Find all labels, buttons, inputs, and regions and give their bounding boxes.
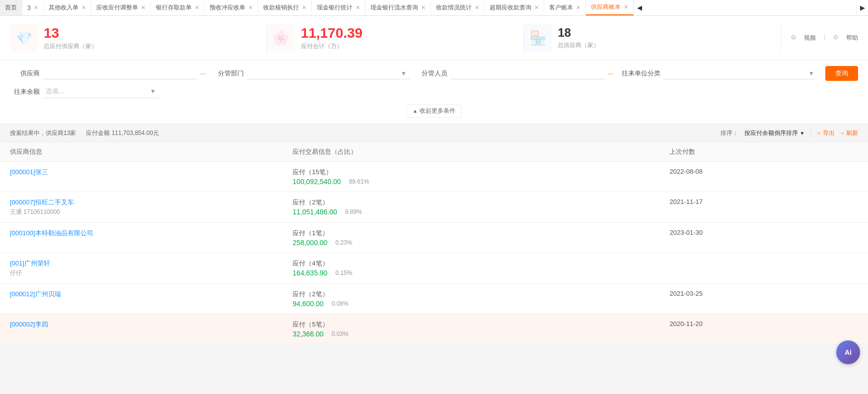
trade-percentage: 9.89% bbox=[345, 208, 362, 215]
nav-customer-ledger[interactable]: 客户账本 ✕ bbox=[544, 0, 586, 15]
close-icon[interactable]: ✕ bbox=[195, 4, 199, 11]
nav-right-arrow[interactable]: ▶ bbox=[856, 0, 868, 16]
close-icon[interactable]: ✕ bbox=[81, 4, 86, 11]
balance-placeholder: 选项... bbox=[46, 87, 64, 96]
header-trade: 应付交易信息（占比） bbox=[292, 147, 669, 156]
balance-select[interactable]: 选项... ▼ bbox=[43, 85, 159, 98]
sort-label: 排序： bbox=[721, 129, 738, 137]
close-icon[interactable]: ✕ bbox=[475, 4, 479, 11]
supplier-dots[interactable]: ··· bbox=[200, 69, 206, 77]
table-header: 供应商信息 应付交易信息（占比） 上次付数 bbox=[0, 142, 868, 162]
nav-tab-3[interactable]: 3 ✕ bbox=[22, 0, 44, 15]
nav-adjustment[interactable]: 应收应付调整单 ✕ bbox=[91, 0, 151, 15]
close-icon[interactable]: ✕ bbox=[356, 4, 360, 11]
trade-amount[interactable]: 258,000.00 bbox=[292, 239, 327, 247]
store-icon: 🏪 bbox=[524, 24, 552, 52]
flower-icon: 🌸 bbox=[267, 24, 295, 52]
top-navigation: 首页 3 ✕ 其他收入单 ✕ 应收应付调整单 ✕ 银行存取款单 ✕ 预收冲应收单… bbox=[0, 0, 868, 16]
close-icon[interactable]: ✕ bbox=[576, 4, 580, 11]
supplier-info-cell: [000002]李四 bbox=[10, 320, 292, 329]
trade-info-cell: 应付（15笔） 100,092,540.00 89.61% bbox=[292, 168, 669, 186]
export-button[interactable]: ○ 导出 bbox=[817, 129, 835, 137]
close-icon[interactable]: ✕ bbox=[421, 4, 426, 11]
payable-suppliers-count: 13 bbox=[44, 25, 97, 42]
nav-bank-deposit[interactable]: 银行存取款单 ✕ bbox=[151, 0, 205, 15]
supplier-input[interactable] bbox=[43, 67, 197, 79]
supplier-info-cell: [000007]恒旺二手叉车 王通 17106110000 bbox=[10, 198, 292, 216]
refresh-icon: ○ bbox=[841, 130, 844, 136]
result-supplier-count: 搜索结果中，供应商13家 bbox=[10, 129, 76, 137]
close-icon[interactable]: ✕ bbox=[624, 4, 628, 10]
supplier-link[interactable]: [000001]张三 bbox=[10, 168, 48, 176]
last-pay-date: 2022-08-08 bbox=[669, 168, 703, 175]
last-pay-cell: 2021-03-25 bbox=[669, 290, 858, 297]
nav-collection[interactable]: 收款核销执行 ✕ bbox=[258, 0, 312, 15]
divider bbox=[811, 128, 811, 138]
trade-percentage: 0.15% bbox=[335, 269, 352, 276]
nav-home[interactable]: 首页 bbox=[0, 0, 22, 15]
table-row: [000001]张三 应付（15笔） 100,092,540.00 89.61%… bbox=[0, 162, 868, 192]
query-button[interactable]: 查询 bbox=[825, 66, 858, 81]
trade-amount[interactable]: 94,600.00 bbox=[292, 300, 323, 308]
category-label: 往来单位分类 bbox=[622, 69, 660, 78]
table-row: [000007]恒旺二手叉车 王通 17106110000 应付（2笔） 11,… bbox=[0, 192, 868, 223]
payable-suppliers-label: 总应付供应商（家） bbox=[44, 42, 97, 51]
filter-balance: 往来余额 选项... ▼ bbox=[10, 85, 159, 98]
total-suppliers-label: 总供应商（家） bbox=[558, 41, 599, 50]
nav-supplier-ledger[interactable]: 供应商账本 ✕ bbox=[586, 0, 634, 15]
supplier-link[interactable]: [000007]恒旺二手叉车 bbox=[10, 198, 74, 206]
person-dots[interactable]: ··· bbox=[608, 69, 614, 77]
nav-prepay[interactable]: 预收冲应收单 ✕ bbox=[205, 0, 258, 15]
sort-value[interactable]: 按应付余额倒序排序 ▼ bbox=[744, 129, 805, 137]
nav-other-income[interactable]: 其他收入单 ✕ bbox=[44, 0, 91, 15]
close-icon[interactable]: ✕ bbox=[34, 4, 38, 11]
result-info: 搜索结果中，供应商13家 应付金额 111,703,854.00元 bbox=[10, 129, 159, 137]
trade-amount[interactable]: 11,051,486.00 bbox=[292, 208, 337, 216]
nav-cash-flow[interactable]: 现金银行流水查询 ✕ bbox=[365, 0, 431, 15]
sort-value-text: 按应付余额倒序排序 bbox=[744, 129, 798, 137]
trade-amount[interactable]: 100,092,540.00 bbox=[292, 178, 341, 186]
close-icon[interactable]: ✕ bbox=[302, 4, 306, 11]
table-row: [000100]本特勒油品有限公司 应付（1笔） 258,000.00 0.23… bbox=[0, 223, 868, 253]
nav-cash-stats[interactable]: 现金银行统计 ✕ bbox=[312, 0, 365, 15]
nav-collection-stats[interactable]: 收款情况统计 ✕ bbox=[431, 0, 485, 15]
export-icon: ○ bbox=[817, 130, 821, 136]
dept-label: 分管部门 bbox=[214, 69, 244, 78]
category-select[interactable]: ▼ bbox=[663, 68, 818, 79]
close-icon[interactable]: ✕ bbox=[534, 4, 539, 11]
last-pay-cell: 2020-11-20 bbox=[669, 320, 858, 328]
trade-percentage: 89.61% bbox=[349, 178, 369, 185]
trade-info-cell: 应付（2笔） 94,600.00 0.08% bbox=[292, 290, 669, 308]
sort-arrow-icon: ▼ bbox=[800, 131, 805, 136]
header-supplier: 供应商信息 bbox=[10, 147, 292, 156]
table-row: [001]广州荣轩 仔仔 应付（4笔） 164,635.90 0.15% bbox=[0, 253, 868, 284]
supplier-link[interactable]: [001]广州荣轩 bbox=[10, 260, 50, 267]
total-suppliers-count: 18 bbox=[558, 26, 599, 40]
close-icon[interactable]: ✕ bbox=[141, 4, 145, 11]
dept-select[interactable]: ▼ bbox=[247, 68, 410, 79]
table-row: [000002]李四 应付（5笔） 32,366.00 0.03% 2020-1… bbox=[0, 314, 868, 344]
person-label: 分管人员 bbox=[418, 69, 447, 78]
video-link[interactable]: 视频 bbox=[804, 34, 816, 42]
nav-overdue[interactable]: 超期应收款查询 ✕ bbox=[485, 0, 544, 15]
close-icon[interactable]: ✕ bbox=[248, 4, 253, 11]
supplier-info-cell: [001]广州荣轩 仔仔 bbox=[10, 259, 292, 277]
help-link[interactable]: 帮助 bbox=[846, 34, 858, 42]
person-input[interactable] bbox=[450, 67, 605, 79]
trade-amount[interactable]: 32,366.00 bbox=[292, 330, 323, 338]
trade-percentage: 0.23% bbox=[335, 239, 352, 246]
last-pay-date: 2023-01-30 bbox=[669, 229, 703, 236]
balance-label: 往来余额 bbox=[10, 87, 40, 96]
supplier-link[interactable]: [000002]李四 bbox=[10, 321, 48, 328]
payable-total-amount: 11,170.39 bbox=[301, 25, 363, 42]
help-icon: ⊙ bbox=[833, 34, 838, 42]
filter-supplier: 供应商 ··· bbox=[10, 67, 206, 79]
summary-bar: 💎 13 总应付供应商（家） 🌸 11,170.39 应付合计（万） 🏪 18 … bbox=[0, 16, 868, 60]
supplier-link[interactable]: [000012]广州贝瑞 bbox=[10, 290, 61, 298]
supplier-info-cell: [000012]广州贝瑞 bbox=[10, 290, 292, 299]
collapse-button[interactable]: ▲ 收起更多条件 bbox=[406, 104, 462, 118]
supplier-link[interactable]: [000100]本特勒油品有限公司 bbox=[10, 229, 93, 237]
trade-amount[interactable]: 164,635.90 bbox=[292, 269, 327, 277]
nav-left-arrow[interactable]: ◀ bbox=[634, 0, 646, 16]
refresh-button[interactable]: ○ 刷新 bbox=[841, 129, 858, 137]
